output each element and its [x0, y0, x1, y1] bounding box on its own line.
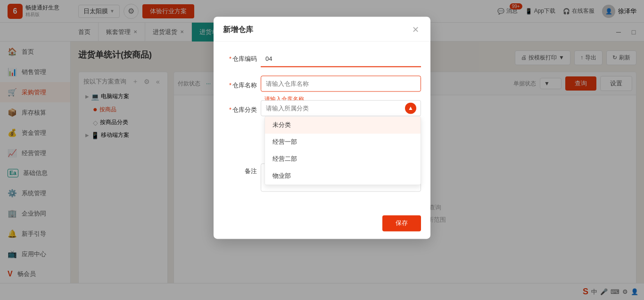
category-input-wrap: ▲: [261, 100, 421, 116]
remark-label: 备注: [223, 163, 261, 175]
dialog-header: 新增仓库 ✕: [214, 17, 430, 42]
dropdown-option-dept2[interactable]: 经营二部: [265, 150, 421, 167]
category-dropdown-list: 未分类 经营一部 经营二部 物业部: [264, 116, 421, 185]
code-input[interactable]: [261, 51, 421, 67]
dialog-footer: 保存: [214, 209, 430, 239]
dialog-body: 仓库编码 仓库名称 请输入仓库名称 仓库分类 ▲ 未分类 经营一部: [214, 42, 430, 209]
code-label: 仓库编码: [223, 51, 261, 63]
form-row-name: 仓库名称 请输入仓库名称: [223, 75, 421, 92]
category-dropdown-toggle[interactable]: ▲: [405, 102, 416, 114]
save-button[interactable]: 保存: [382, 215, 421, 231]
form-row-category: 仓库分类 ▲ 未分类 经营一部 经营二部 物业部: [223, 100, 421, 116]
dialog-title: 新增仓库: [223, 25, 253, 35]
dropdown-option-dept1[interactable]: 经营一部: [265, 133, 421, 150]
name-label: 仓库名称: [223, 77, 261, 90]
category-input[interactable]: [261, 100, 421, 116]
category-label: 仓库分类: [223, 102, 261, 114]
dropdown-option-uncategorized[interactable]: 未分类: [265, 117, 421, 133]
dialog-close-button[interactable]: ✕: [410, 24, 421, 35]
name-input[interactable]: [261, 75, 421, 92]
dropdown-option-dept3[interactable]: 物业部: [265, 167, 421, 184]
form-row-code: 仓库编码: [223, 51, 421, 67]
new-warehouse-dialog: 新增仓库 ✕ 仓库编码 仓库名称 请输入仓库名称 仓库分类 ▲: [214, 17, 430, 239]
